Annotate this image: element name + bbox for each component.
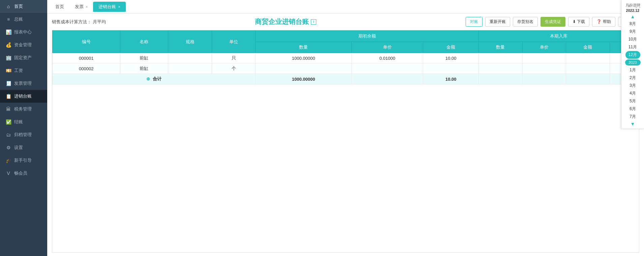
close-button[interactable]: × xyxy=(626,3,633,9)
sidebar-item-archive-management[interactable]: 🗂 归档管理 xyxy=(0,128,47,141)
generate-voucher-button[interactable]: 生成凭证 xyxy=(540,17,565,27)
sidebar-item-member[interactable]: V 畅会员 xyxy=(0,167,47,180)
content-area: 销售成本计算方法： 月平均 商贸企业进销台账 i 对账 重新开账 存货别名 生成… xyxy=(47,14,644,256)
cell-ob-qty xyxy=(256,63,352,74)
tax-icon: 🏛 xyxy=(5,106,11,112)
cost-method-info: 销售成本计算方法： 月平均 xyxy=(52,19,106,25)
download-icon: ⬇ xyxy=(573,19,577,24)
cell-unit: 个 xyxy=(212,63,256,74)
table-row: 000002 前缸 个 xyxy=(53,63,639,74)
page-title-area: 商贸企业进销台账 i xyxy=(255,17,316,26)
cell-unit: 只 xyxy=(212,53,256,63)
reconcile-button[interactable]: 对账 xyxy=(466,17,482,27)
cell-cp-price xyxy=(522,63,566,74)
fund-icon: 💰 xyxy=(5,42,11,48)
col-ob-amount: 金额 xyxy=(423,42,479,53)
guide-icon: 🎓 xyxy=(5,158,11,163)
page-title: 商贸企业进销台账 xyxy=(255,17,309,26)
cell-cp-qty xyxy=(479,53,523,63)
sidebar-item-fixed-assets[interactable]: 🏢 固定资产 xyxy=(0,51,47,64)
sidebar-item-label: 首页 xyxy=(14,3,23,9)
month-item-7[interactable]: 7月 xyxy=(625,113,640,121)
year-2023-label: 2023 xyxy=(625,59,641,66)
main-area: × ⛶ 首页 发票 × 进销台账 × 销售成本计算方法： 月平均 商贸企业进销台… xyxy=(47,0,644,256)
month-item-9[interactable]: 9月 xyxy=(625,28,640,35)
month-item-6[interactable]: 6月 xyxy=(625,105,640,113)
month-item-1[interactable]: 1月 xyxy=(625,66,640,74)
col-code: 编号 xyxy=(53,31,120,53)
data-table-container: 编号 名称 规格 单位 期初余额 本期入库 数量 单价 金额 数量 单价 金额 xyxy=(52,30,639,253)
sidebar-item-purchase-sales[interactable]: 📋 进销台账 xyxy=(0,90,47,103)
col-spec: 规格 xyxy=(168,31,212,53)
sidebar-item-settlement[interactable]: ✅ 结账 xyxy=(0,116,47,128)
cell-cp-qty xyxy=(479,63,523,74)
col-name: 名称 xyxy=(120,31,168,53)
total-row: ⊕ 合计 1000.00000 10.00 xyxy=(53,74,639,84)
sidebar-item-label: 总账 xyxy=(14,16,23,22)
sidebar-item-settings[interactable]: ⚙ 设置 xyxy=(0,141,47,154)
tab-invoice-close[interactable]: × xyxy=(86,5,88,9)
cell-code: 000001 xyxy=(53,53,120,63)
sidebar-item-label: 资金管理 xyxy=(14,42,32,48)
tab-invoice[interactable]: 发票 × xyxy=(69,2,93,12)
cell-ob-price xyxy=(351,63,423,74)
total-label: ⊕ 合计 xyxy=(53,74,256,84)
maximize-button[interactable]: ⛶ xyxy=(635,3,641,9)
tab-purchase-sales[interactable]: 进销台账 × xyxy=(93,2,125,12)
reopen-button[interactable]: 重新开账 xyxy=(485,17,510,27)
total-cp-qty xyxy=(479,74,523,84)
month-item-8[interactable]: 8月 xyxy=(625,20,640,28)
col-ob-price: 单价 xyxy=(351,42,423,53)
sidebar-item-label: 工资 xyxy=(14,68,23,74)
month-item-3[interactable]: 3月 xyxy=(625,82,640,89)
sidebar-item-payroll[interactable]: 💴 工资 xyxy=(0,64,47,77)
cell-cp-amount xyxy=(566,53,610,63)
cell-spec xyxy=(168,53,212,63)
help-button[interactable]: ❓ 帮助 xyxy=(592,17,615,27)
month-item-12[interactable]: 12月 xyxy=(625,51,640,59)
window-controls: × ⛶ xyxy=(626,3,641,9)
month-scroll-up[interactable]: ▲ xyxy=(631,13,635,20)
col-cp-price: 单价 xyxy=(522,42,566,53)
total-ob-qty: 1000.00000 xyxy=(256,74,352,84)
cell-spec xyxy=(168,63,212,74)
sidebar-item-general-ledger[interactable]: ≡ 总账 xyxy=(0,13,47,26)
sidebar-item-label: 新手引导 xyxy=(14,157,32,163)
reports-icon: 📊 xyxy=(5,29,11,35)
tab-home[interactable]: 首页 xyxy=(50,2,69,12)
total-cp-price xyxy=(522,74,566,84)
download-button[interactable]: ⬇ 下载 xyxy=(568,17,589,27)
col-opening-balance: 期初余额 xyxy=(256,31,479,42)
sidebar-item-fund-management[interactable]: 💰 资金管理 xyxy=(0,39,47,51)
sidebar-item-label: 归档管理 xyxy=(14,132,32,138)
month-item-4[interactable]: 4月 xyxy=(625,89,640,97)
sidebar-item-label: 进销台账 xyxy=(14,93,32,99)
sidebar-item-label: 税务管理 xyxy=(14,106,32,112)
cell-code: 000002 xyxy=(53,63,120,74)
cell-cp-amount xyxy=(566,63,610,74)
month-item-11[interactable]: 11月 xyxy=(625,43,640,51)
total-ob-amount: 10.00 xyxy=(423,74,479,84)
info-bar: 销售成本计算方法： 月平均 商贸企业进销台账 i 对账 重新开账 存货别名 生成… xyxy=(52,17,639,27)
sidebar-item-tax-management[interactable]: 🏛 税务管理 xyxy=(0,103,47,116)
action-buttons: 对账 重新开账 存货别名 生成凭证 ⬇ 下载 ❓ 帮助 ↻ 刷新 xyxy=(466,17,639,27)
sidebar-item-label: 固定资产 xyxy=(14,55,32,61)
sidebar-item-beginner-guide[interactable]: 🎓 新手引导 xyxy=(0,154,47,167)
save-alias-button[interactable]: 存货别名 xyxy=(513,17,538,27)
sidebar-item-invoice-management[interactable]: 🧾 发票管理 xyxy=(0,77,47,90)
cell-name: 前缸 xyxy=(120,53,168,63)
cell-name: 前缸 xyxy=(120,63,168,74)
tab-purchase-sales-close[interactable]: × xyxy=(118,5,120,9)
sidebar-item-home[interactable]: ⌂ 首页 xyxy=(0,0,47,13)
info-icon[interactable]: i xyxy=(311,19,316,25)
sidebar-item-reports[interactable]: 📊 报表中心 xyxy=(0,26,47,39)
purchase-sales-icon: 📋 xyxy=(5,94,11,99)
month-item-5[interactable]: 5月 xyxy=(625,97,640,105)
month-scroll-down[interactable]: ▼ xyxy=(631,121,635,127)
month-panel: 月份选择 2022.12 ▲ 8月 9月 10月 11月 12月 2023 1月… xyxy=(621,0,644,129)
total-icon: ⊕ xyxy=(146,76,150,81)
col-current-purchase: 本期入库 xyxy=(479,31,639,42)
month-item-2[interactable]: 2月 xyxy=(625,74,640,82)
month-item-10[interactable]: 10月 xyxy=(625,35,640,43)
cost-method-label: 销售成本计算方法： xyxy=(52,19,91,24)
